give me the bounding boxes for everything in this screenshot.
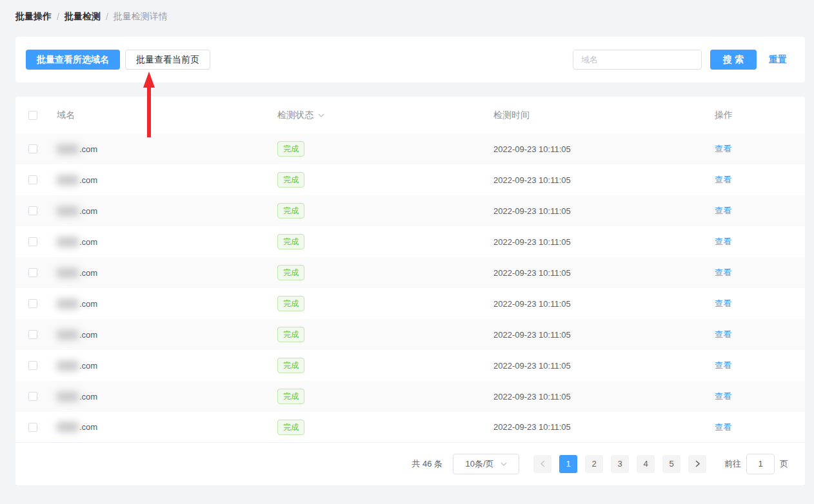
table-row: .com 完成 2022-09-23 10:11:05 查看	[15, 133, 805, 164]
table-header-row: 域名 检测状态 检测时间 操作	[15, 97, 805, 133]
detection-time: 2022-09-23 10:11:05	[493, 144, 571, 154]
row-checkbox[interactable]	[28, 206, 37, 215]
next-page-button[interactable]	[688, 455, 706, 473]
chevron-right-icon	[695, 460, 700, 467]
table-body: .com 完成 2022-09-23 10:11:05 查看 .com 完成 2…	[15, 133, 805, 443]
page-button-3[interactable]: 3	[611, 455, 629, 473]
breadcrumb-item-batch-operations[interactable]: 批量操作	[15, 11, 52, 23]
breadcrumb-separator: /	[106, 12, 108, 22]
select-all-checkbox[interactable]	[28, 111, 37, 120]
view-link[interactable]: 查看	[715, 422, 731, 433]
status-badge: 完成	[277, 296, 304, 311]
goto-suffix: 页	[780, 458, 788, 470]
total-count: 共 46 条	[412, 458, 442, 470]
domain-cell: .com	[57, 268, 277, 278]
page-button-1[interactable]: 1	[559, 455, 577, 473]
domain-suffix: .com	[79, 361, 97, 371]
column-header-action: 操作	[715, 110, 733, 121]
sort-caret-icon[interactable]	[318, 113, 324, 117]
view-link[interactable]: 查看	[715, 205, 731, 217]
view-link[interactable]: 查看	[715, 391, 731, 402]
status-badge: 完成	[277, 420, 304, 435]
row-checkbox[interactable]	[28, 299, 37, 308]
row-checkbox[interactable]	[28, 330, 37, 339]
detection-time: 2022-09-23 10:11:05	[493, 175, 571, 185]
view-link[interactable]: 查看	[715, 174, 731, 186]
domain-cell: .com	[57, 206, 277, 216]
row-checkbox[interactable]	[28, 268, 37, 277]
row-checkbox[interactable]	[28, 175, 37, 184]
view-link[interactable]: 查看	[715, 267, 731, 278]
chevron-down-icon	[501, 462, 507, 466]
pagination: 共 46 条 10条/页 12345 前往 页	[15, 443, 805, 485]
breadcrumb-item-batch-detection-detail: 批量检测详情	[114, 11, 168, 23]
table-row: .com 完成 2022-09-23 10:11:05 查看	[15, 350, 805, 381]
status-badge: 完成	[277, 172, 304, 188]
view-link[interactable]: 查看	[715, 360, 731, 371]
breadcrumb-item-batch-detection[interactable]: 批量检测	[65, 11, 101, 23]
domain-suffix: .com	[79, 237, 97, 247]
domain-cell: .com	[57, 361, 277, 371]
table-row: .com 完成 2022-09-23 10:11:05 查看	[15, 257, 805, 288]
domain-suffix: .com	[79, 206, 97, 216]
row-checkbox[interactable]	[28, 361, 37, 370]
redacted-domain-blur	[57, 206, 79, 216]
detection-time: 2022-09-23 10:11:05	[493, 361, 571, 371]
status-badge: 完成	[277, 203, 304, 218]
reset-link[interactable]: 重置	[769, 54, 787, 66]
domain-suffix: .com	[79, 422, 97, 432]
page-button-5[interactable]: 5	[662, 455, 680, 473]
detection-time: 2022-09-23 10:11:05	[493, 299, 571, 309]
domain-suffix: .com	[79, 392, 97, 402]
goto-label: 前往	[724, 458, 741, 470]
detection-time: 2022-09-23 10:11:05	[493, 237, 571, 247]
table-row: .com 完成 2022-09-23 10:11:05 查看	[15, 288, 805, 319]
domain-search-input[interactable]	[573, 50, 702, 70]
page-size-select[interactable]: 10条/页	[453, 454, 519, 474]
page-button-4[interactable]: 4	[637, 455, 655, 473]
redacted-domain-blur	[57, 237, 79, 247]
pager: 12345	[530, 455, 710, 473]
domain-cell: .com	[57, 330, 277, 340]
status-badge: 完成	[277, 358, 304, 373]
column-header-time: 检测时间	[493, 110, 530, 121]
prev-page-button[interactable]	[533, 455, 551, 473]
domain-cell: .com	[57, 237, 277, 247]
breadcrumb-separator: /	[57, 12, 59, 22]
detection-time: 2022-09-23 10:11:05	[493, 330, 571, 340]
domain-cell: .com	[57, 422, 277, 432]
domain-suffix: .com	[79, 330, 97, 340]
redacted-domain-blur	[57, 268, 79, 278]
batch-view-selected-button[interactable]: 批量查看所选域名	[26, 50, 120, 70]
status-badge: 完成	[277, 389, 304, 404]
row-checkbox[interactable]	[28, 423, 37, 432]
table-row: .com 完成 2022-09-23 10:11:05 查看	[15, 412, 805, 443]
domain-suffix: .com	[79, 144, 97, 154]
view-link[interactable]: 查看	[715, 236, 731, 247]
view-link[interactable]: 查看	[715, 143, 731, 155]
redacted-domain-blur	[57, 392, 79, 402]
goto-page-input[interactable]	[746, 454, 775, 474]
domain-cell: .com	[57, 299, 277, 309]
domain-cell: .com	[57, 175, 277, 185]
row-checkbox[interactable]	[28, 237, 37, 246]
domain-cell: .com	[57, 144, 277, 154]
redacted-domain-blur	[57, 144, 79, 154]
view-link[interactable]: 查看	[715, 329, 731, 340]
status-badge: 完成	[277, 265, 304, 280]
goto-page: 前往 页	[724, 454, 788, 474]
row-checkbox[interactable]	[28, 392, 37, 401]
batch-view-current-page-button[interactable]: 批量查看当前页	[125, 50, 210, 70]
detection-table: 域名 检测状态 检测时间 操作 .com 完成 2022-09-23 10:11…	[15, 97, 805, 485]
page-button-2[interactable]: 2	[585, 455, 603, 473]
table-row: .com 完成 2022-09-23 10:11:05 查看	[15, 195, 805, 226]
row-checkbox[interactable]	[28, 144, 37, 153]
redacted-domain-blur	[57, 330, 79, 340]
chevron-left-icon	[541, 460, 545, 467]
domain-suffix: .com	[79, 299, 97, 309]
column-header-status[interactable]: 检测状态	[277, 110, 493, 121]
redacted-domain-blur	[57, 175, 79, 185]
search-button[interactable]: 搜 索	[710, 50, 757, 70]
column-header-domain: 域名	[57, 110, 75, 121]
view-link[interactable]: 查看	[715, 298, 731, 309]
